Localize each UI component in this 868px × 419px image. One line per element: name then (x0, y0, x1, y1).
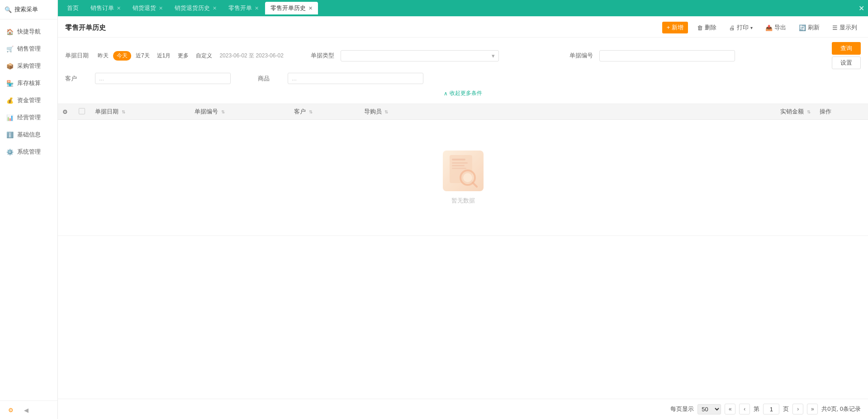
number-filter-input[interactable] (599, 50, 735, 61)
current-page-input[interactable]: 1 (763, 404, 779, 414)
col-customer[interactable]: 客户 ⇅ (289, 104, 359, 120)
tab-sales-order-close[interactable]: ✕ (117, 5, 121, 11)
display-cols-button[interactable]: ☰ 显示列 (829, 22, 861, 33)
filter-row-1: 单据日期 昨天 今天 近7天 近1月 更多 自定义 2023-06-02 至 2… (65, 42, 861, 69)
col-amount[interactable]: 实销金额 ⇅ (716, 104, 815, 120)
refresh-button[interactable]: 🔄 刷新 (795, 22, 823, 33)
tab-sales-return-history[interactable]: 销货退货历史 ✕ (169, 2, 222, 14)
tab-bar-right: ✕ (859, 4, 864, 13)
col-amount-label: 实销金额 (780, 108, 804, 115)
tab-home-label: 首页 (67, 4, 79, 12)
prev-page-button[interactable]: ‹ (739, 404, 750, 414)
print-button[interactable]: 🖨 打印 ▾ (726, 22, 756, 33)
refresh-label: 刷新 (808, 24, 820, 32)
col-amount-sort-icon: ⇅ (807, 109, 811, 114)
sidebar-item-label: 库存核算 (17, 79, 41, 87)
sidebar-item-finance[interactable]: 💰 资金管理 (0, 92, 57, 109)
collapse-up-icon: ∧ (444, 90, 448, 97)
query-button[interactable]: 查询 (832, 42, 861, 55)
settings-filter-button[interactable]: 设置 (832, 56, 861, 69)
table-area: ⚙ 单据日期 ⇅ 单据编号 ⇅ (58, 104, 868, 399)
customer-filter-select[interactable]: ... (95, 73, 231, 84)
sidebar-item-inventory[interactable]: 🏪 库存核算 (0, 75, 57, 92)
sidebar-search[interactable]: 🔍 搜索采单 (0, 0, 57, 19)
tab-sales-return-history-close[interactable]: ✕ (213, 5, 217, 11)
date-btn-last7[interactable]: 近7天 (133, 51, 152, 61)
sidebar-item-label: 资金管理 (17, 96, 41, 104)
next-page-button[interactable]: › (792, 404, 803, 414)
product-filter-select[interactable]: ... (288, 73, 423, 84)
date-btn-today[interactable]: 今天 (113, 51, 131, 61)
sidebar-item-label: 快捷导航 (17, 28, 41, 36)
empty-illustration (443, 151, 484, 191)
col-spacer (444, 104, 716, 120)
print-dropdown-icon: ▾ (750, 25, 753, 30)
sidebar-item-purchase-mgmt[interactable]: 📦 采购管理 (0, 57, 57, 75)
export-icon: 📤 (765, 24, 773, 31)
empty-svg (443, 151, 484, 191)
tab-sales-order[interactable]: 销售订单 ✕ (85, 2, 126, 14)
col-number[interactable]: 单据编号 ⇅ (190, 104, 289, 120)
delete-button[interactable]: 🗑 删除 (693, 22, 720, 33)
delete-icon: 🗑 (697, 24, 703, 31)
money-icon: 💰 (6, 97, 14, 104)
col-salesperson[interactable]: 导购员 ⇅ (360, 104, 444, 120)
type-filter-select[interactable]: ▾ (341, 50, 499, 61)
data-table: ⚙ 单据日期 ⇅ 单据编号 ⇅ (58, 104, 868, 236)
date-btn-custom[interactable]: 自定义 (193, 51, 215, 61)
first-page-icon: « (729, 406, 732, 412)
date-btn-last1m[interactable]: 近1月 (154, 51, 174, 61)
filter-row-2: 客户 ... 商品 ... (65, 73, 861, 84)
date-btn-more[interactable]: 更多 (175, 51, 191, 61)
chart-icon: 📊 (6, 114, 14, 121)
settings-bottom-icon[interactable]: ⚙ (6, 405, 15, 414)
home-icon: 🏠 (6, 28, 14, 35)
close-window-button[interactable]: ✕ (859, 4, 864, 13)
prev-page-icon: ‹ (744, 406, 745, 412)
page-title: 零售开单历史 (65, 24, 106, 32)
date-btn-yesterday[interactable]: 昨天 (95, 51, 111, 61)
collapse-filter-label: 收起更多条件 (450, 89, 482, 97)
sidebar-item-label: 销售管理 (17, 45, 41, 53)
col-settings[interactable]: ⚙ (58, 104, 74, 120)
sidebar-item-label: 系统管理 (17, 148, 41, 156)
shopping-cart-icon: 🛒 (6, 45, 14, 52)
col-date[interactable]: 单据日期 ⇅ (90, 104, 190, 120)
sidebar-item-quick-nav[interactable]: 🏠 快捷导航 (0, 23, 57, 40)
table-header-row: ⚙ 单据日期 ⇅ 单据编号 ⇅ (58, 104, 868, 120)
tab-retail-open-label: 零售开单 (228, 4, 252, 12)
last-page-button[interactable]: » (807, 404, 818, 414)
tab-retail-open-history-label: 零售开单历史 (270, 4, 306, 12)
sidebar-item-base-info[interactable]: ℹ️ 基础信息 (0, 126, 57, 143)
warehouse-icon: 🏪 (6, 80, 14, 87)
first-page-button[interactable]: « (725, 404, 735, 414)
tab-home[interactable]: 首页 (62, 2, 84, 14)
sidebar-item-sys-mgmt[interactable]: ⚙️ 系统管理 (0, 143, 57, 160)
tab-retail-open-history-close[interactable]: ✕ (308, 5, 313, 11)
sidebar: 🔍 搜索采单 🏠 快捷导航 🛒 销售管理 📦 采购管理 🏪 库存核算 💰 资金管… (0, 0, 58, 419)
export-button[interactable]: 📤 导出 (762, 22, 790, 33)
col-number-sort-icon: ⇅ (221, 109, 225, 114)
svg-rect-4 (452, 168, 466, 169)
customer-filter-label: 客户 (65, 75, 92, 83)
col-number-label: 单据编号 (194, 108, 218, 115)
toolbar: + 新增 🗑 删除 🖨 打印 ▾ 📤 导出 🔄 刷新 (662, 22, 861, 33)
tab-retail-open[interactable]: 零售开单 ✕ (223, 2, 264, 14)
add-button[interactable]: + 新增 (662, 22, 688, 33)
product-placeholder: ... (292, 75, 297, 82)
col-date-sort-icon: ⇅ (122, 109, 125, 114)
col-checkbox[interactable] (74, 104, 90, 120)
tab-retail-open-history[interactable]: 零售开单历史 ✕ (265, 2, 318, 14)
sidebar-nav: 🏠 快捷导航 🛒 销售管理 📦 采购管理 🏪 库存核算 💰 资金管理 📊 经营管… (0, 19, 57, 400)
sidebar-bottom: ⚙ ◀ (0, 400, 57, 419)
collapse-filter-bar[interactable]: ∧ 收起更多条件 (65, 88, 861, 99)
collapse-sidebar-button[interactable]: ◀ (22, 405, 31, 414)
tab-sales-return-close[interactable]: ✕ (159, 5, 163, 11)
select-all-checkbox[interactable] (79, 108, 85, 114)
sidebar-item-operations[interactable]: 📊 经营管理 (0, 109, 57, 126)
tab-sales-return[interactable]: 销货退货 ✕ (127, 2, 168, 14)
sidebar-item-label: 基础信息 (17, 131, 41, 139)
sidebar-item-sales-mgmt[interactable]: 🛒 销售管理 (0, 40, 57, 57)
tab-retail-open-close[interactable]: ✕ (255, 5, 259, 11)
per-page-select[interactable]: 50 100 200 (697, 404, 721, 414)
